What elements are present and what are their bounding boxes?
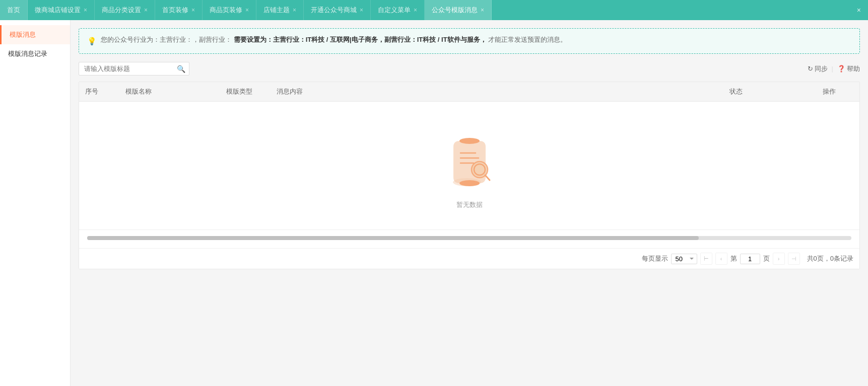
close-shop-settings[interactable]: × bbox=[84, 7, 87, 14]
home-decoration-label: 首页装修 bbox=[162, 6, 188, 15]
custom-menu-label: 自定义菜单 bbox=[378, 6, 411, 15]
toolbar-divider: | bbox=[832, 65, 833, 72]
close-all-button[interactable]: × bbox=[850, 6, 868, 14]
fake-scrollbar[interactable] bbox=[87, 236, 851, 240]
page-size-select[interactable]: 50 10 20 100 bbox=[671, 254, 697, 264]
th-action: 操作 bbox=[799, 82, 859, 101]
sidebar-item-template-message-record[interactable]: 模版消息记录 bbox=[0, 44, 70, 63]
open-mall-label: 开通公众号商城 bbox=[311, 6, 357, 15]
close-custom-menu[interactable]: × bbox=[414, 7, 417, 14]
total-info: 共0页，0条记录 bbox=[807, 254, 853, 263]
table-header: 序号 模版名称 模版类型 消息内容 状态 操作 bbox=[79, 82, 859, 102]
page-number-input[interactable] bbox=[740, 254, 760, 264]
th-type: 模版类型 bbox=[220, 82, 271, 101]
page-size-label: 每页显示 bbox=[642, 254, 668, 263]
scrollbar-area bbox=[79, 229, 859, 248]
first-page-button[interactable]: ⊢ bbox=[700, 253, 712, 265]
notice-suffix: 才能正常发送预置的消息。 bbox=[488, 36, 567, 43]
last-page-button[interactable]: ⊣ bbox=[788, 253, 800, 265]
th-content: 消息内容 bbox=[271, 82, 723, 101]
notice-prefix: 您的公众号行业为：主营行业：，副营行业： bbox=[101, 36, 232, 43]
shop-theme-label: 店铺主题 bbox=[263, 6, 290, 15]
nav-tab-shop-theme[interactable]: 店铺主题 × bbox=[256, 0, 304, 20]
nav-tab-home-decoration[interactable]: 首页装修 × bbox=[155, 0, 203, 20]
notice-text: 您的公众号行业为：主营行业：，副营行业： 需要设置为：主营行业：IT科技 / 互… bbox=[101, 35, 567, 45]
svg-line-8 bbox=[485, 175, 490, 180]
svg-point-2 bbox=[459, 180, 480, 186]
nav-tab-open-mall[interactable]: 开通公众号商城 × bbox=[304, 0, 371, 20]
template-msg-label: 公众号模版消息 bbox=[432, 6, 478, 15]
shop-settings-label: 微商城店铺设置 bbox=[35, 6, 81, 15]
th-index: 序号 bbox=[79, 82, 119, 101]
search-input[interactable] bbox=[79, 62, 189, 75]
empty-text: 暂无数据 bbox=[456, 200, 483, 209]
close-home-decoration[interactable]: × bbox=[191, 7, 195, 14]
main-layout: 模版消息 模版消息记录 💡 您的公众号行业为：主营行业：，副营行业： 需要设置为… bbox=[0, 20, 868, 386]
product-decoration-label: 商品页装修 bbox=[210, 6, 242, 15]
table-wrap: 序号 模版名称 模版类型 消息内容 状态 操作 bbox=[79, 82, 860, 269]
help-button[interactable]: ❓ 帮助 bbox=[837, 64, 860, 73]
home-tab-label: 首页 bbox=[7, 6, 20, 15]
prev-page-button[interactable]: ‹ bbox=[715, 253, 727, 265]
close-shop-theme[interactable]: × bbox=[293, 7, 296, 14]
notice-icon: 💡 bbox=[87, 35, 97, 47]
help-icon: ❓ bbox=[837, 65, 845, 72]
sidebar-item-template-message[interactable]: 模版消息 bbox=[0, 25, 70, 44]
next-page-button[interactable]: › bbox=[773, 253, 785, 265]
sync-icon: ↻ bbox=[808, 65, 813, 72]
nav-tab-product-decoration[interactable]: 商品页装修 × bbox=[203, 0, 256, 20]
sync-label: 同步 bbox=[815, 64, 828, 73]
nav-tab-home[interactable]: 首页 bbox=[0, 0, 28, 20]
nav-tab-template-msg[interactable]: 公众号模版消息 × bbox=[425, 0, 492, 20]
svg-point-1 bbox=[459, 138, 480, 144]
page-label-post: 页 bbox=[763, 254, 770, 263]
pagination: 每页显示 50 10 20 100 ⊢ ‹ 第 页 › ⊣ 共0页，0条记录 bbox=[79, 248, 859, 269]
th-name: 模版名称 bbox=[119, 82, 220, 101]
sidebar: 模版消息 模版消息记录 bbox=[0, 20, 71, 386]
notice-box: 💡 您的公众号行业为：主营行业：，副营行业： 需要设置为：主营行业：IT科技 /… bbox=[79, 28, 860, 54]
close-open-mall[interactable]: × bbox=[360, 7, 363, 14]
search-input-wrap: 🔍 bbox=[79, 62, 189, 75]
category-settings-label: 商品分类设置 bbox=[102, 6, 141, 15]
nav-tab-shop-settings[interactable]: 微商城店铺设置 × bbox=[28, 0, 95, 20]
close-category-settings[interactable]: × bbox=[144, 7, 148, 14]
content-area: 💡 您的公众号行业为：主营行业：，副营行业： 需要设置为：主营行业：IT科技 /… bbox=[71, 20, 868, 386]
nav-tab-custom-menu[interactable]: 自定义菜单 × bbox=[371, 0, 425, 20]
empty-illustration bbox=[439, 132, 500, 192]
toolbar-right: ↻ 同步 | ❓ 帮助 bbox=[808, 64, 860, 73]
scrollbar-thumb[interactable] bbox=[87, 236, 699, 240]
close-template-msg[interactable]: × bbox=[481, 7, 484, 14]
notice-highlight: 需要设置为：主营行业：IT科技 / 互联网|电子商务，副营行业：IT科技 / I… bbox=[234, 36, 487, 43]
page-label-pre: 第 bbox=[730, 254, 737, 263]
top-nav: 首页 微商城店铺设置 × 商品分类设置 × 首页装修 × 商品页装修 × 店铺主… bbox=[0, 0, 868, 20]
search-bar: 🔍 ↻ 同步 | ❓ 帮助 bbox=[79, 62, 860, 75]
search-icon[interactable]: 🔍 bbox=[177, 65, 185, 73]
help-label: 帮助 bbox=[847, 64, 860, 73]
empty-state: 暂无数据 bbox=[79, 102, 859, 229]
th-status: 状态 bbox=[723, 82, 799, 101]
sync-button[interactable]: ↻ 同步 bbox=[808, 64, 828, 73]
nav-tab-category-settings[interactable]: 商品分类设置 × bbox=[95, 0, 155, 20]
close-product-decoration[interactable]: × bbox=[245, 7, 249, 14]
